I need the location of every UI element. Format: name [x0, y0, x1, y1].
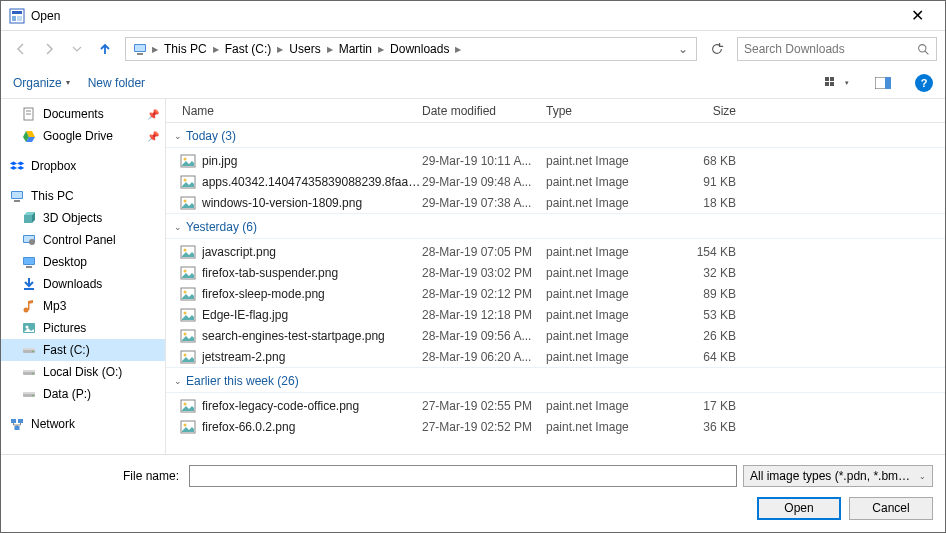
file-row[interactable]: firefox-66.0.2.png27-Mar-19 02:52 PMpain…: [166, 416, 945, 437]
forward-button[interactable]: [37, 37, 61, 61]
sidebar-label: Downloads: [43, 277, 102, 291]
sidebar-item[interactable]: Data (P:): [1, 383, 165, 405]
file-name: jetstream-2.png: [202, 350, 422, 364]
col-date[interactable]: Date modified: [422, 104, 546, 118]
crumb[interactable]: Users: [285, 42, 324, 56]
svg-rect-2: [12, 16, 16, 21]
help-button[interactable]: ?: [915, 74, 933, 92]
image-file-icon: [180, 328, 196, 344]
open-button[interactable]: Open: [757, 497, 841, 520]
breadcrumb-dropdown[interactable]: ⌄: [674, 42, 692, 56]
search-input[interactable]: Search Downloads: [737, 37, 937, 61]
cancel-button[interactable]: Cancel: [849, 497, 933, 520]
sidebar-item[interactable]: Mp3: [1, 295, 165, 317]
file-type: paint.net Image: [546, 308, 666, 322]
file-size: 53 KB: [666, 308, 746, 322]
sidebar-item[interactable]: Control Panel: [1, 229, 165, 251]
breadcrumb[interactable]: ▶ This PC ▶ Fast (C:) ▶ Users ▶ Martin ▶…: [125, 37, 697, 61]
pictures-icon: [21, 320, 37, 336]
network-icon: [9, 416, 25, 432]
crumb[interactable]: Fast (C:): [221, 42, 276, 56]
documents-icon: [21, 106, 37, 122]
crumb[interactable]: Martin: [335, 42, 376, 56]
group-label: Today (3): [186, 129, 236, 143]
drive-icon: [21, 386, 37, 402]
file-date: 28-Mar-19 02:12 PM: [422, 287, 546, 301]
file-date: 29-Mar-19 07:38 A...: [422, 196, 546, 210]
file-type: paint.net Image: [546, 287, 666, 301]
svg-point-62: [184, 311, 187, 314]
sidebar-label: 3D Objects: [43, 211, 102, 225]
svg-rect-1: [12, 11, 22, 14]
recent-button[interactable]: [65, 37, 89, 61]
file-row[interactable]: pin.jpg29-Mar-19 10:11 A...paint.net Ima…: [166, 150, 945, 171]
sidebar-item[interactable]: Documents📌: [1, 103, 165, 125]
file-row[interactable]: firefox-legacy-code-office.png27-Mar-19 …: [166, 395, 945, 416]
new-folder-button[interactable]: New folder: [88, 76, 145, 90]
sidebar-item[interactable]: Pictures: [1, 317, 165, 339]
image-file-icon: [180, 419, 196, 435]
col-type[interactable]: Type: [546, 104, 666, 118]
sidebar-label: Control Panel: [43, 233, 116, 247]
file-row[interactable]: jetstream-2.png28-Mar-19 06:20 A...paint…: [166, 346, 945, 367]
back-button[interactable]: [9, 37, 33, 61]
file-type: paint.net Image: [546, 154, 666, 168]
close-button[interactable]: ✕: [897, 6, 937, 25]
file-date: 28-Mar-19 03:02 PM: [422, 266, 546, 280]
file-row[interactable]: firefox-sleep-mode.png28-Mar-19 02:12 PM…: [166, 283, 945, 304]
sidebar-item[interactable]: Google Drive📌: [1, 125, 165, 147]
sidebar-network[interactable]: Network: [1, 413, 165, 435]
file-row[interactable]: windows-10-version-1809.png29-Mar-19 07:…: [166, 192, 945, 213]
file-size: 17 KB: [666, 399, 746, 413]
pin-icon: 📌: [147, 109, 159, 120]
crumb[interactable]: Downloads: [386, 42, 453, 56]
sidebar-item[interactable]: Local Disk (O:): [1, 361, 165, 383]
up-button[interactable]: [93, 37, 117, 61]
file-date: 28-Mar-19 06:20 A...: [422, 350, 546, 364]
file-row[interactable]: Edge-IE-flag.jpg28-Mar-19 12:18 PMpaint.…: [166, 304, 945, 325]
window-title: Open: [31, 9, 897, 23]
file-date: 28-Mar-19 07:05 PM: [422, 245, 546, 259]
organize-button[interactable]: Organize▾: [13, 76, 70, 90]
col-name[interactable]: Name: [166, 104, 422, 118]
svg-point-38: [32, 373, 34, 375]
image-file-icon: [180, 153, 196, 169]
svg-rect-5: [135, 45, 145, 51]
refresh-button[interactable]: [705, 37, 729, 61]
sidebar-item[interactable]: Fast (C:): [1, 339, 165, 361]
file-name: pin.jpg: [202, 154, 422, 168]
file-group-header[interactable]: ⌄Today (3): [166, 123, 945, 148]
sidebar-item[interactable]: Desktop: [1, 251, 165, 273]
sidebar-thispc[interactable]: This PC: [1, 185, 165, 207]
file-date: 27-Mar-19 02:52 PM: [422, 420, 546, 434]
file-row[interactable]: firefox-tab-suspender.png28-Mar-19 03:02…: [166, 262, 945, 283]
sidebar-label: Network: [31, 417, 75, 431]
sidebar-item[interactable]: 3D Objects: [1, 207, 165, 229]
file-list[interactable]: ⌄Today (3)pin.jpg29-Mar-19 10:11 A...pai…: [166, 123, 945, 454]
sidebar-item[interactable]: Downloads: [1, 273, 165, 295]
crumb[interactable]: This PC: [160, 42, 211, 56]
file-group-header[interactable]: ⌄Yesterday (6): [166, 213, 945, 239]
col-size[interactable]: Size: [666, 104, 746, 118]
filetype-filter[interactable]: All image types (*.pdn, *.bmp, *⌄: [743, 465, 933, 487]
sidebar-label: Pictures: [43, 321, 86, 335]
preview-pane-button[interactable]: [869, 72, 897, 94]
view-button[interactable]: ▾: [823, 72, 851, 94]
image-file-icon: [180, 286, 196, 302]
bottom-panel: File name: All image types (*.pdn, *.bmp…: [1, 454, 945, 532]
app-icon: [9, 8, 25, 24]
chevron-down-icon: ⌄: [174, 131, 182, 141]
dropbox-icon: [9, 158, 25, 174]
svg-point-70: [184, 423, 187, 426]
titlebar: Open ✕: [1, 1, 945, 31]
file-row[interactable]: search-engines-test-startpage.png28-Mar-…: [166, 325, 945, 346]
downloads-icon: [21, 276, 37, 292]
navbar: ▶ This PC ▶ Fast (C:) ▶ Users ▶ Martin ▶…: [1, 31, 945, 67]
pin-icon: 📌: [147, 131, 159, 142]
file-row[interactable]: apps.40342.14047435839088239.8faa635f-..…: [166, 171, 945, 192]
file-group-header[interactable]: ⌄Earlier this week (26): [166, 367, 945, 393]
filename-input[interactable]: [189, 465, 737, 487]
file-row[interactable]: javascript.png28-Mar-19 07:05 PMpaint.ne…: [166, 241, 945, 262]
sidebar-label: Documents: [43, 107, 104, 121]
sidebar-dropbox[interactable]: Dropbox: [1, 155, 165, 177]
